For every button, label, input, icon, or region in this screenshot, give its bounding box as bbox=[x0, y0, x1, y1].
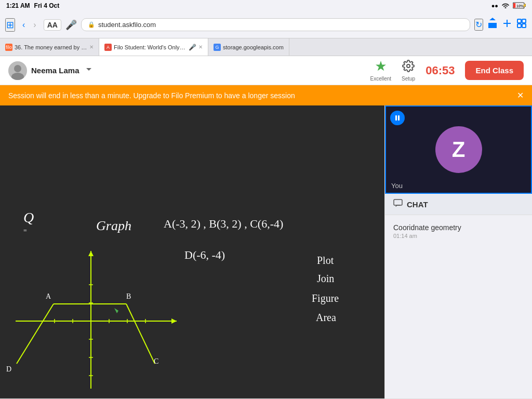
svg-text:Q: Q bbox=[23, 209, 34, 225]
svg-line-39 bbox=[126, 304, 155, 364]
svg-text:Graph: Graph bbox=[96, 218, 131, 233]
url-display: student.askfilo.com bbox=[98, 21, 156, 29]
setup-label: Setup bbox=[402, 76, 415, 82]
svg-marker-26 bbox=[171, 318, 177, 324]
right-panel: Z You CHAT Cooridnate geometry 01:14 am bbox=[384, 105, 532, 398]
excellent-icon bbox=[375, 60, 387, 75]
tab-2-favicon: A bbox=[104, 44, 112, 51]
svg-point-46 bbox=[391, 111, 404, 125]
share-button[interactable] bbox=[487, 18, 498, 32]
svg-text:Plot: Plot bbox=[317, 255, 334, 266]
whiteboard-canvas: Q = Graph A(-3, 2) , B(3, 2) , C(6,-4) D… bbox=[0, 105, 384, 398]
svg-text:A(-3, 2) , B(3, 2) , C(6,-4): A(-3, 2) , B(3, 2) , C(6,-4) bbox=[164, 217, 283, 230]
status-bar: 1:21 AM Fri 4 Oct ●● 10% ⚡ bbox=[0, 0, 532, 11]
chat-panel: CHAT Cooridnate geometry 01:14 am bbox=[385, 194, 532, 398]
svg-text:Area: Area bbox=[316, 312, 336, 323]
main-content: Q = Graph A(-3, 2) , B(3, 2) , C(6,-4) D… bbox=[0, 105, 532, 398]
browser-chrome: ⊞ ‹ › AA 🎤 🔒 student.askfilo.com ↻ bbox=[0, 11, 532, 38]
tabs-button[interactable] bbox=[516, 18, 527, 31]
svg-text:Figure: Figure bbox=[312, 292, 339, 304]
svg-rect-2 bbox=[513, 3, 515, 8]
tab-1[interactable]: filo 36. The money earned by a businessm… bbox=[0, 38, 99, 56]
you-label: You bbox=[391, 182, 403, 190]
chat-icon bbox=[393, 199, 403, 209]
new-tab-button[interactable] bbox=[502, 18, 512, 31]
excellent-label: Excellent bbox=[370, 76, 391, 82]
svg-text:B: B bbox=[126, 292, 131, 300]
svg-marker-27 bbox=[88, 251, 94, 256]
svg-rect-8 bbox=[517, 19, 521, 23]
notification-banner: Session will end in less than a minute. … bbox=[0, 85, 532, 105]
tab-3-label: storage.googleapis.com bbox=[223, 44, 284, 50]
svg-text:D(-6, -4): D(-6, -4) bbox=[184, 248, 225, 261]
svg-rect-47 bbox=[395, 115, 397, 121]
video-area: Z You bbox=[385, 105, 532, 194]
back-button[interactable]: ‹ bbox=[19, 19, 28, 31]
tab-3[interactable]: G storage.googleapis.com bbox=[208, 38, 289, 56]
tab-bar: filo 36. The money earned by a businessm… bbox=[0, 38, 532, 56]
wifi-icon bbox=[501, 3, 510, 9]
nav-buttons: ‹ › bbox=[19, 19, 39, 31]
user-info: Neema Lama bbox=[8, 61, 370, 80]
chat-message-1: Cooridnate geometry 01:14 am bbox=[393, 223, 524, 239]
tab-mic-icon: 🎤 bbox=[189, 44, 196, 51]
svg-line-40 bbox=[17, 304, 54, 364]
aa-button[interactable]: AA bbox=[44, 19, 61, 31]
svg-point-13 bbox=[14, 65, 21, 72]
battery-display: 10% ⚡ bbox=[513, 2, 526, 10]
tab-1-label: 36. The money earned by a businessman de… bbox=[15, 44, 87, 50]
tab-2[interactable]: A Filo Student: World's Only Live Instan… bbox=[99, 38, 208, 56]
svg-text:⚡: ⚡ bbox=[522, 3, 526, 8]
svg-text:A: A bbox=[46, 292, 51, 300]
end-class-button[interactable]: End Class bbox=[465, 61, 524, 80]
excellent-control: Excellent bbox=[370, 60, 391, 82]
date-display: Fri 4 Oct bbox=[34, 2, 60, 9]
banner-close-button[interactable]: ✕ bbox=[517, 90, 524, 100]
sidebar-button[interactable]: ⊞ bbox=[5, 18, 15, 32]
address-bar[interactable]: 🔒 student.askfilo.com bbox=[81, 18, 470, 31]
status-left: 1:21 AM Fri 4 Oct bbox=[6, 2, 59, 9]
svg-text:C: C bbox=[154, 357, 158, 365]
pulse-dot bbox=[390, 111, 405, 125]
tab-2-close[interactable]: ✕ bbox=[198, 44, 203, 50]
tab-3-favicon: G bbox=[214, 44, 221, 51]
avatar-letter: Z bbox=[452, 137, 466, 162]
svg-rect-10 bbox=[517, 24, 521, 28]
svg-rect-3 bbox=[515, 3, 516, 8]
svg-text:Join: Join bbox=[317, 273, 334, 284]
time-display: 1:21 AM bbox=[6, 2, 30, 9]
tab-1-close[interactable]: ✕ bbox=[89, 44, 94, 50]
header-controls: Excellent Setup 06:53 End Class bbox=[370, 60, 524, 82]
svg-text:D: D bbox=[6, 365, 11, 373]
user-name-label: Neema Lama bbox=[31, 66, 79, 75]
tab-1-favicon: filo bbox=[5, 44, 12, 51]
svg-rect-49 bbox=[394, 200, 402, 205]
svg-rect-48 bbox=[398, 115, 400, 121]
chat-header: CHAT bbox=[385, 194, 532, 215]
chat-title-label: CHAT bbox=[407, 200, 428, 209]
message-time-1: 01:14 am bbox=[393, 233, 524, 239]
signal-dots: ●● bbox=[491, 3, 498, 9]
svg-rect-9 bbox=[522, 19, 526, 23]
chat-messages-area: Cooridnate geometry 01:14 am bbox=[385, 215, 532, 398]
reload-button[interactable]: ↻ bbox=[474, 19, 483, 31]
svg-rect-11 bbox=[522, 24, 526, 28]
setup-control[interactable]: Setup bbox=[402, 60, 415, 82]
mic-browser-icon: 🎤 bbox=[65, 19, 77, 31]
user-video-avatar: Z bbox=[435, 126, 482, 173]
message-text-1: Cooridnate geometry bbox=[393, 223, 524, 232]
notification-message: Session will end in less than a minute. … bbox=[8, 91, 295, 100]
session-timer: 06:53 bbox=[425, 64, 455, 77]
user-avatar bbox=[8, 61, 27, 80]
tab-2-label: Filo Student: World's Only Live Instant … bbox=[114, 44, 187, 50]
user-dropdown-button[interactable] bbox=[84, 64, 94, 77]
forward-button[interactable]: › bbox=[30, 19, 39, 31]
svg-text:=: = bbox=[23, 227, 27, 234]
whiteboard[interactable]: Q = Graph A(-3, 2) , B(3, 2) , C(6,-4) D… bbox=[0, 105, 384, 398]
svg-marker-45 bbox=[114, 308, 118, 313]
status-right: ●● 10% ⚡ bbox=[491, 2, 526, 10]
lock-icon: 🔒 bbox=[88, 21, 95, 28]
setup-icon bbox=[402, 60, 415, 75]
app-header: Neema Lama Excellent Setup 06:53 End Cla… bbox=[0, 56, 532, 85]
video-pulse-indicator bbox=[390, 111, 405, 125]
